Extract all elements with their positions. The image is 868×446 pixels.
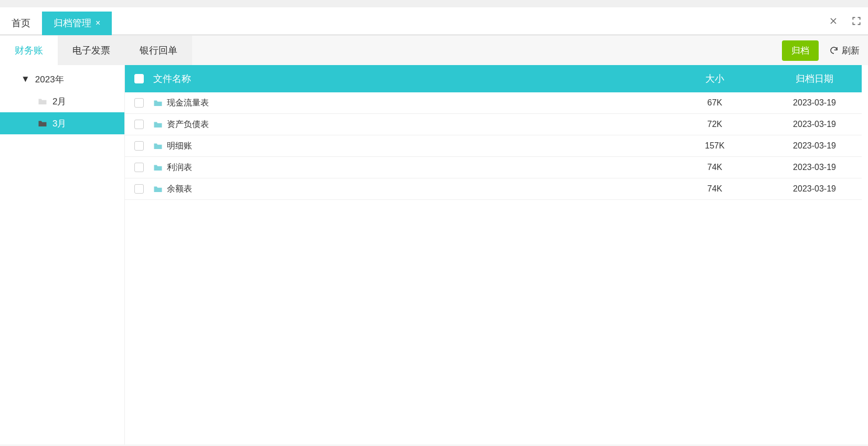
fullscreen-button[interactable]: [845, 9, 868, 33]
row-checkbox[interactable]: [134, 141, 144, 151]
row-checkbox[interactable]: [134, 98, 144, 108]
folder-icon: [38, 119, 47, 128]
main: ▼ 2023年 2月 3月 文件名称 大小 归档日期 现金流量表67K2023-…: [0, 65, 868, 444]
file-date: 2023-03-19: [767, 184, 862, 194]
col-header-date: 归档日期: [767, 72, 862, 85]
tree-year[interactable]: ▼ 2023年: [0, 68, 124, 90]
select-all-checkbox[interactable]: [134, 74, 144, 83]
file-icon: [153, 120, 163, 129]
refresh-button[interactable]: 刷新: [829, 45, 860, 57]
file-date: 2023-03-19: [767, 141, 862, 151]
tab-bar: 首页 归档管理 ×: [0, 7, 868, 36]
file-size: 72K: [662, 120, 767, 129]
toolbar: 财务账 电子发票 银行回单 归档 刷新: [0, 36, 868, 65]
tab-archive[interactable]: 归档管理 ×: [42, 12, 112, 35]
col-header-size: 大小: [662, 72, 767, 85]
file-icon: [153, 185, 163, 193]
file-name: 利润表: [167, 163, 192, 172]
tab-archive-label: 归档管理: [54, 17, 91, 29]
subtab-einvoice-label: 电子发票: [72, 44, 110, 57]
file-name: 明细账: [167, 141, 192, 150]
folder-icon: [38, 97, 47, 105]
table-body: 现金流量表67K2023-03-19资产负债表72K2023-03-19明细账1…: [125, 92, 862, 200]
subtab-finance[interactable]: 财务账: [0, 36, 58, 65]
file-size: 74K: [662, 184, 767, 194]
row-checkbox[interactable]: [134, 120, 144, 129]
file-icon: [153, 163, 163, 172]
sidebar: ▼ 2023年 2月 3月: [0, 65, 125, 444]
tab-home-label: 首页: [12, 17, 30, 29]
subtab-einvoice[interactable]: 电子发票: [58, 36, 125, 65]
subtab-bank[interactable]: 银行回单: [125, 36, 192, 65]
row-checkbox[interactable]: [134, 163, 144, 172]
table-row[interactable]: 现金流量表67K2023-03-19: [125, 92, 862, 114]
tree-month-3-label: 3月: [52, 118, 66, 130]
file-name: 余额表: [167, 184, 192, 193]
file-size: 67K: [662, 98, 767, 108]
file-date: 2023-03-19: [767, 163, 862, 172]
refresh-label: 刷新: [842, 45, 860, 57]
archive-button[interactable]: 归档: [782, 40, 819, 61]
content: 文件名称 大小 归档日期 现金流量表67K2023-03-19资产负债表72K2…: [125, 65, 868, 444]
file-size: 74K: [662, 163, 767, 172]
table-row[interactable]: 明细账157K2023-03-19: [125, 135, 862, 157]
close-icon: [828, 16, 839, 26]
file-size: 157K: [662, 141, 767, 151]
top-strip: [0, 0, 868, 7]
file-icon: [153, 99, 163, 107]
file-icon: [153, 142, 163, 150]
subtab-bank-label: 银行回单: [140, 44, 177, 57]
col-header-name: 文件名称: [153, 72, 662, 85]
table-row[interactable]: 资产负债表72K2023-03-19: [125, 114, 862, 135]
table-row[interactable]: 利润表74K2023-03-19: [125, 157, 862, 178]
file-name: 资产负债表: [167, 120, 209, 129]
tree-month-3[interactable]: 3月: [0, 112, 124, 134]
subtab-finance-label: 财务账: [15, 44, 43, 57]
tree-month-2[interactable]: 2月: [0, 90, 124, 112]
file-date: 2023-03-19: [767, 120, 862, 129]
table-row[interactable]: 余额表74K2023-03-19: [125, 178, 862, 200]
table-header: 文件名称 大小 归档日期: [125, 65, 862, 92]
row-checkbox[interactable]: [134, 184, 144, 194]
tree-year-label: 2023年: [35, 73, 64, 86]
tree-month-2-label: 2月: [52, 95, 66, 108]
fullscreen-icon: [851, 16, 862, 26]
file-date: 2023-03-19: [767, 98, 862, 108]
refresh-icon: [829, 46, 839, 55]
file-name: 现金流量表: [167, 98, 209, 107]
tab-home[interactable]: 首页: [0, 12, 42, 35]
close-icon[interactable]: ×: [96, 18, 100, 28]
chevron-down-icon: ▼: [21, 74, 30, 84]
close-tabs-button[interactable]: [822, 9, 845, 33]
